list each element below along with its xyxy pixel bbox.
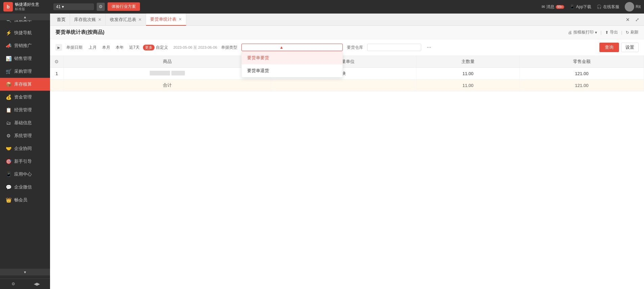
sidebar-icon-enterprise-coop: 🤝 [5,146,11,151]
sidebar-icon-app-center: 📱 [5,172,11,177]
tab-expand-button[interactable]: ⤢ [633,16,641,24]
cell-no-0: 1 [50,68,64,80]
tab-close-all-button[interactable]: ✕ [624,16,632,24]
tab-home[interactable]: 首页 [53,14,70,26]
export-icon: ⬆ [605,30,609,35]
page-title: 要货单统计表(按商品) [55,29,104,36]
more-date-button[interactable]: 更多 [143,45,154,50]
sidebar-label-enterprise-wechat: 企业微信 [14,184,32,190]
messages-button[interactable]: ✉ 消息 99+ [542,4,564,10]
this-year-button[interactable]: 本年 [114,44,126,51]
sidebar-item-vip[interactable]: 👑 畅会员 [0,194,50,206]
sidebar-scroll-up[interactable]: ▲ [0,14,50,20]
type-selected-value [244,45,245,50]
sidebar-items: 🔍 搜索菜单 ⚡ 快捷导航 📣 营销推广 📊 销售管理 🛒 采购管理 📦 库存核… [0,14,50,206]
sidebar-scroll-down[interactable]: ▼ [0,269,50,275]
sidebar-item-basic-info[interactable]: 🗂 基础信息 [0,116,50,129]
filter-bar: ▶ 单据日期 上月 本月 本年 近7天 更多 自定义 2023-05-06 至 … [50,39,644,56]
print-template-button[interactable]: 🖨 按模板打印 ▾ [568,29,597,35]
sidebar-settings-button[interactable]: ⚙ [3,282,24,286]
sidebar-item-operations[interactable]: 📋 经营管理 [0,104,50,116]
app-sub: 标准版 [15,7,39,12]
store-name: 41 [56,4,61,9]
main-layout: ▲ 🔍 搜索菜单 ⚡ 快捷导航 📣 营销推广 📊 销售管理 🛒 采购管理 📦 库… [0,14,644,289]
type-dropdown-menu: 要货单要货 要货单退货 [241,51,343,77]
sidebar-item-enterprise-wechat[interactable]: 💬 企业微信 [0,181,50,194]
sidebar-label-app-center: 应用中心 [14,171,32,177]
tabs-controls: ✕ ⤢ [624,16,644,24]
sidebar-label-quick-nav: 快捷导航 [14,30,32,36]
refresh-label: 刷新 [630,29,639,35]
logo-icon: b [3,2,13,12]
sidebar-icon-quick-nav: ⚡ [5,30,11,36]
user-menu-button[interactable]: Rit [625,2,641,12]
dropdown-item-order-return[interactable]: 要货单退货 [242,64,342,77]
blurred-goods-name [150,71,170,75]
sidebar-icon-finance: 💰 [5,94,11,100]
tab-inventory-batch[interactable]: 库存批次账✕ [70,14,106,26]
filter-expand-button[interactable]: ▶ [55,44,62,51]
trial-button[interactable]: 体验行业方案 [108,2,140,11]
dropdown-item-order-goods[interactable]: 要货单要货 [242,51,342,64]
store-selector[interactable]: 41 ▾ [53,3,94,10]
sidebar-label-system: 系统管理 [14,133,32,139]
refresh-icon: ↻ [626,30,629,35]
print-label: 按模板打印 [573,29,594,35]
tab-close-inventory-batch[interactable]: ✕ [98,17,101,22]
sidebar-item-app-center[interactable]: 📱 应用中心 [0,168,50,181]
sidebar-item-guide[interactable]: 🎯 新手引导 [0,155,50,168]
header-left: b 畅捷通好生意 标准版 41 ▾ ⚙ 体验行业方案 [3,2,542,12]
last-month-button[interactable]: 上月 [87,44,99,51]
sidebar-icon-basic-info: 🗂 [5,120,11,126]
top-header: b 畅捷通好生意 标准版 41 ▾ ⚙ 体验行业方案 ✉ 消息 99+ 📱 Ap… [0,0,644,14]
sidebar-item-quick-nav[interactable]: ⚡ 快捷导航 [0,26,50,39]
message-icon: ✉ [542,4,545,9]
table-wrapper: ⚙ 商品 主计量单位 主数量 零售金额 1 块 11.00 121.00 [50,56,644,91]
th-qty: 主数量 [416,56,519,68]
content-area: 首页库存批次账✕收发存汇总表✕要货单统计表✕ ✕ ⤢ 要货单统计表(按商品) 🖨… [50,14,644,289]
cell-qty-0: 11.00 [416,68,519,80]
tab-receive-summary[interactable]: 收发存汇总表✕ [106,14,146,26]
this-month-button[interactable]: 本月 [100,44,112,51]
tab-close-order-stats[interactable]: ✕ [178,17,182,22]
th-settings[interactable]: ⚙ [50,56,64,68]
sidebar-item-enterprise-coop[interactable]: 🤝 企业协同 [0,142,50,155]
sidebar-item-inventory[interactable]: 📦 库存核算 [0,78,50,91]
sidebar-item-sales[interactable]: 📊 销售管理 [0,52,50,65]
query-button[interactable]: 查询 [599,43,619,52]
data-table: ⚙ 商品 主计量单位 主数量 零售金额 1 块 11.00 121.00 [50,56,644,91]
online-service-button[interactable]: 🎧 在线客服 [597,4,619,10]
collapse-icon: ◀▶ [34,282,40,286]
warehouse-input[interactable] [367,44,421,51]
user-avatar [625,2,634,12]
tab-label-home: 首页 [57,17,66,23]
warehouse-more-button[interactable]: ··· [427,44,431,50]
settings-gear-button[interactable]: ⚙ [97,3,105,11]
sidebar: ▲ 🔍 搜索菜单 ⚡ 快捷导航 📣 营销推广 📊 销售管理 🛒 采购管理 📦 库… [0,14,50,289]
sidebar-icon-guide: 🎯 [5,159,11,164]
sidebar-icon-vip: 👑 [5,197,11,203]
last-7-days-button[interactable]: 近7天 [127,44,142,51]
date-filter-label: 单据日期 [66,45,82,50]
type-dropdown[interactable]: ▲ [241,44,343,51]
tab-order-stats[interactable]: 要货单统计表✕ [146,14,186,26]
table-body: 1 块 11.00 121.00 [50,68,644,80]
sidebar-icon-purchase: 🛒 [5,69,11,74]
filter-settings-button[interactable]: 设置 [621,43,639,52]
messages-label: 消息 [546,4,554,10]
custom-date-button[interactable]: 自定义 [156,45,168,50]
header-right: ✉ 消息 99+ 📱 App下载 🎧 在线客服 Rit [542,2,641,12]
export-button[interactable]: ⬆ 导出 [605,29,618,35]
sidebar-item-marketing[interactable]: 📣 营销推广 [0,39,50,52]
refresh-button[interactable]: ↻ 刷新 [626,29,639,35]
tab-close-receive-summary[interactable]: ✕ [138,17,142,22]
sidebar-item-finance[interactable]: 💰 资金管理 [0,91,50,104]
separator-2: | [621,30,622,35]
type-filter-section: ▲ 要货单要货 要货单退货 [241,44,343,51]
sidebar-item-purchase[interactable]: 🛒 采购管理 [0,65,50,78]
sidebar-item-system[interactable]: ⚙ 系统管理 [0,129,50,142]
app-download-button[interactable]: 📱 App下载 [570,4,591,10]
page-header: 要货单统计表(按商品) 🖨 按模板打印 ▾ | ⬆ 导出 | ↻ [50,26,644,39]
sidebar-collapse-button[interactable]: ◀▶ [26,282,47,286]
table-settings-icon[interactable]: ⚙ [54,59,59,64]
